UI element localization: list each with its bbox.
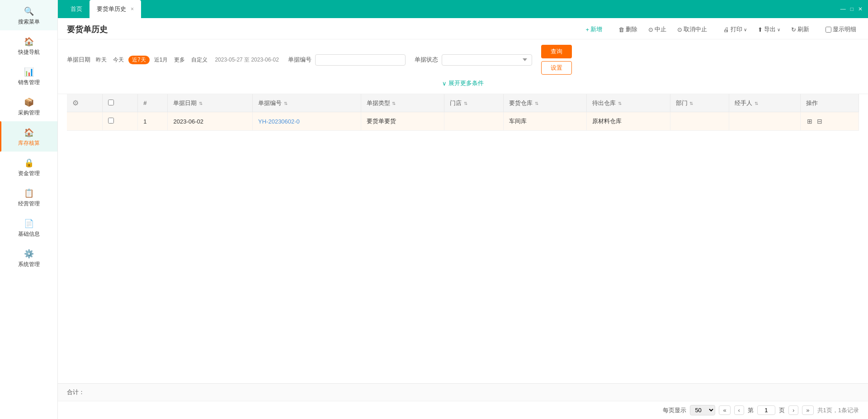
page-title: 要货单历史 [67, 24, 583, 35]
date-range: 2023-05-27 至 2023-06-02 [215, 56, 278, 64]
page-suffix: 页 [779, 406, 785, 414]
cell-department [670, 112, 729, 131]
summary-bar: 合计： [58, 383, 868, 401]
minimize-btn[interactable]: — [840, 6, 846, 12]
col-header-handler[interactable]: 经手人 ⇅ [729, 94, 800, 112]
cell-actions: ⊞⊟ [800, 112, 859, 131]
maximize-btn[interactable]: □ [850, 6, 854, 12]
row-checkbox[interactable] [108, 118, 114, 124]
date-btn-近1月[interactable]: 近1月 [152, 56, 170, 64]
page-size-label: 每页显示 [663, 406, 686, 414]
tab-close-requisition-history[interactable]: × [131, 6, 134, 12]
action-btn-stop[interactable]: ⊙中止 [646, 24, 669, 35]
cell-handler [729, 112, 800, 131]
sidebar-item-quick-nav[interactable]: 🏠快捷导航 [0, 30, 57, 61]
page-header: 要货单历史 +新增 🗑删除⊙中止⊙取消中止 🖨打印 ∨⬆导出 ∨↻刷新 显示明细 [58, 18, 868, 39]
expand-more-btn[interactable]: ∨ 展开更多条件 [67, 78, 859, 88]
export-arrow-icon: ∨ [777, 27, 780, 32]
cell-settings [67, 112, 103, 131]
sidebar-item-finance[interactable]: 🔒资金管理 [0, 152, 57, 182]
docno-input[interactable] [315, 54, 406, 66]
col-header-doc_no[interactable]: 单据编号 ⇅ [253, 94, 361, 112]
query-button[interactable]: 查询 [541, 45, 572, 58]
total-info: 共1页，1条记录 [817, 406, 859, 414]
finance-icon: 🔒 [24, 158, 34, 168]
action-btn-delete[interactable]: 🗑删除 [616, 24, 640, 35]
expand-label: 展开更多条件 [448, 79, 484, 87]
col-header-doc_type[interactable]: 单据类型 ⇅ [361, 94, 444, 112]
tab-home[interactable]: 首页 [63, 0, 90, 18]
cell-checkbox [103, 112, 138, 131]
page-size-select[interactable]: 2050100200 [690, 405, 715, 415]
action-btn-refresh[interactable]: ↻刷新 [788, 24, 812, 35]
sidebar-item-label-quick-nav: 快捷导航 [18, 48, 40, 56]
action-btn-export[interactable]: ⬆导出 ∨ [755, 24, 783, 35]
sidebar-item-label-sales: 销售管理 [18, 79, 40, 86]
sort-icon-doc_date: ⇅ [198, 101, 203, 106]
expand-icon: ∨ [442, 80, 447, 87]
date-btn-昨天[interactable]: 昨天 [94, 56, 108, 64]
date-btn-自定义[interactable]: 自定义 [189, 56, 209, 64]
col-header-num: # [138, 94, 168, 112]
cell-pending_warehouse: 原材料仓库 [586, 112, 670, 131]
last-page-btn[interactable]: » [802, 405, 813, 415]
sidebar-item-label-inventory: 库存核算 [18, 139, 40, 147]
view-btn[interactable]: ⊞ [806, 117, 813, 126]
sort-icon-handler: ⇅ [753, 101, 758, 106]
col-header-req_warehouse[interactable]: 要货仓库 ⇅ [503, 94, 586, 112]
col-header-doc_date[interactable]: 单据日期 ⇅ [168, 94, 253, 112]
refresh-icon: ↻ [791, 26, 796, 33]
date-btn-今天[interactable]: 今天 [111, 56, 126, 64]
sidebar-item-purchase[interactable]: 📦采购管理 [0, 91, 57, 121]
close-btn[interactable]: ✕ [858, 6, 863, 12]
sidebar-item-label-purchase: 采购管理 [18, 109, 40, 117]
current-page-prefix: 第 [748, 406, 754, 414]
col-header-store[interactable]: 门店 ⇅ [444, 94, 504, 112]
sort-icon-req_warehouse: ⇅ [533, 101, 538, 106]
more-btn[interactable]: ⊟ [816, 117, 823, 126]
table-container: ⚙#单据日期 ⇅单据编号 ⇅单据类型 ⇅门店 ⇅要货仓库 ⇅待出仓库 ⇅部门 ⇅… [58, 94, 868, 383]
action-btn-display-cells[interactable]: 显示明细 [823, 24, 859, 35]
date-btn-更多[interactable]: 更多 [172, 56, 187, 64]
action-btn-print[interactable]: 🖨打印 ∨ [721, 24, 750, 35]
sidebar-item-system[interactable]: ⚙️系统管理 [0, 243, 57, 273]
sidebar-item-search-menu[interactable]: 🔍搜索菜单 [0, 0, 57, 30]
action-btn-new[interactable]: +新增 [583, 24, 605, 35]
sort-icon-department: ⇅ [689, 101, 693, 106]
action-btn-cancel-stop[interactable]: ⊙取消中止 [675, 24, 710, 35]
filter-docno: 单据编号 [288, 54, 406, 66]
data-table: ⚙#单据日期 ⇅单据编号 ⇅单据类型 ⇅门店 ⇅要货仓库 ⇅待出仓库 ⇅部门 ⇅… [67, 94, 859, 131]
setting-button[interactable]: 设置 [541, 61, 572, 75]
prev-page-btn[interactable]: ‹ [734, 405, 744, 415]
print-arrow-icon: ∨ [744, 27, 747, 32]
sort-icon-doc_type: ⇅ [391, 101, 396, 106]
action-label-new: 新增 [590, 25, 602, 33]
filter-date: 单据日期 昨天今天近7天近1月更多自定义 2023-05-27 至 2023-0… [67, 56, 279, 64]
settings-icon[interactable]: ⚙ [72, 99, 79, 107]
system-icon: ⚙️ [24, 249, 34, 259]
col-header-department[interactable]: 部门 ⇅ [670, 94, 729, 112]
doc-no-link[interactable]: YH-20230602-0 [258, 118, 300, 125]
sidebar-item-inventory[interactable]: 🏠库存核算 [0, 121, 57, 152]
date-label: 单据日期 [67, 56, 90, 64]
select-all-checkbox[interactable] [108, 100, 114, 105]
filter-status: 单据状态 [415, 54, 532, 66]
display-cells-checkbox[interactable] [826, 27, 831, 33]
date-btn-近7天[interactable]: 近7天 [128, 56, 150, 64]
stop-icon: ⊙ [648, 26, 653, 33]
tab-requisition-history[interactable]: 要货单历史× [90, 0, 141, 18]
sales-icon: 📊 [24, 67, 34, 77]
next-page-btn[interactable]: › [788, 405, 798, 415]
first-page-btn[interactable]: « [719, 405, 730, 415]
cell-doc_no: YH-20230602-0 [253, 112, 361, 131]
status-select[interactable] [442, 54, 532, 66]
sidebar-item-sales[interactable]: 📊销售管理 [0, 61, 57, 91]
col-header-pending_warehouse[interactable]: 待出仓库 ⇅ [586, 94, 670, 112]
quick-nav-icon: 🏠 [24, 37, 34, 47]
header-actions: +新增 🗑删除⊙中止⊙取消中止 🖨打印 ∨⬆导出 ∨↻刷新 显示明细 [583, 24, 859, 35]
action-label-refresh: 刷新 [797, 25, 809, 33]
sidebar-item-basic-info[interactable]: 📄基础信息 [0, 212, 57, 243]
print-icon: 🖨 [723, 26, 729, 33]
page-input[interactable] [757, 405, 775, 415]
sidebar-item-operations[interactable]: 📋经营管理 [0, 182, 57, 212]
